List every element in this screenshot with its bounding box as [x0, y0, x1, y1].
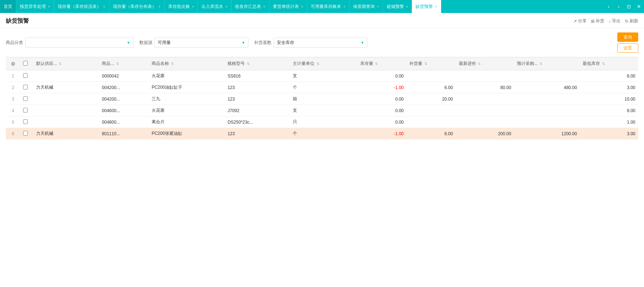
row-checkbox[interactable] [23, 131, 28, 136]
gear-icon[interactable]: ⚙ [11, 61, 16, 67]
row-product-name: PC200油缸缸子 [149, 82, 225, 93]
sort-arrows-icon: ⇅ [425, 62, 427, 66]
header-actions: ↗ 分享 ⊞ 补货 ↓ 导出 ↻ 刷新 [573, 18, 638, 24]
replenish-button[interactable]: ⊞ 补货 [591, 18, 604, 24]
nav-close-button[interactable]: ✕ [634, 0, 644, 13]
row-product-name: 火花塞 [149, 105, 225, 116]
row-supplier [33, 105, 99, 116]
col-spec[interactable]: 规格型号 ⇅ [225, 57, 290, 70]
close-tab-icon[interactable]: × [263, 5, 265, 9]
row-spec: 123 [225, 128, 290, 140]
col-unit[interactable]: 主计量单位 ⇅ [290, 57, 357, 70]
close-tab-icon[interactable]: × [158, 5, 161, 9]
nav-tab-shortage[interactable]: 缺货预警 × [412, 0, 441, 13]
close-tab-icon[interactable]: × [103, 5, 105, 9]
row-est-purchase [514, 105, 580, 116]
nav-tab-inventory1[interactable]: 现存量（库存状况表） × [54, 0, 109, 13]
row-replenish-qty [406, 70, 456, 82]
table-row: 6 力天机械 801110... PC200张紧油缸 123 个 -1.00 6… [6, 128, 638, 140]
row-supplier: 力天机械 [33, 128, 99, 140]
row-number: 4 [6, 105, 20, 116]
col-latest-price[interactable]: 最新进价 ⇅ [456, 57, 514, 70]
row-spec: J7092 [225, 105, 290, 116]
row-product-code: 004200... [99, 82, 149, 93]
row-stock: 0.00 [357, 70, 406, 82]
nav-tab-demand[interactable]: 要货单统计表 × [269, 0, 307, 13]
replenish-base-select[interactable]: 安全库存 ▼ [274, 37, 367, 48]
nav-tab-batch[interactable]: 库存批次账 × [165, 0, 198, 13]
refresh-button[interactable]: ↻ 刷新 [625, 18, 638, 24]
sort-arrows-icon: ⇅ [317, 62, 319, 66]
row-supplier [33, 116, 99, 128]
nav-tab-inout[interactable]: 出入库流水 × [198, 0, 231, 13]
nav-tab-picking[interactable]: 拣货异常处理 × [16, 0, 54, 13]
row-number: 1 [6, 70, 20, 82]
category-select[interactable]: ▼ [25, 37, 134, 48]
row-checkbox[interactable] [23, 96, 28, 101]
row-product-name: 火花塞 [149, 70, 225, 82]
close-active-tab-icon[interactable]: × [435, 5, 437, 9]
col-stock[interactable]: 库存量 ⇅ [357, 57, 406, 70]
close-tab-icon[interactable]: × [225, 5, 227, 9]
row-checkbox[interactable] [23, 119, 28, 124]
col-product-name[interactable]: 商品名称 ⇅ [149, 57, 225, 70]
nav-tab-summary[interactable]: 收发存汇总表 × [231, 0, 269, 13]
query-button[interactable]: 查询 [617, 32, 638, 42]
share-button[interactable]: ↗ 分享 [573, 18, 587, 24]
row-product-code: 004800... [99, 116, 149, 128]
filter-actions: 查询 设置 [617, 32, 638, 53]
export-button[interactable]: ↓ 导出 [609, 18, 621, 24]
row-unit: 支 [290, 105, 357, 116]
table-row: 4 004600... 火花塞 J7092 支 0.00 8.00 [6, 105, 638, 116]
filter-bar: 商品分类 ▼ 数据源 可用量 ▼ 补货基数 安全库存 ▼ 查询 设置 [0, 28, 644, 57]
row-checkbox[interactable] [23, 85, 28, 89]
row-unit: 个 [290, 128, 357, 140]
row-latest-price [456, 105, 514, 116]
close-tab-icon[interactable]: × [377, 5, 379, 9]
main-content: 缺货预警 ↗ 分享 ⊞ 补货 ↓ 导出 ↻ 刷新 商品分类 [0, 13, 644, 287]
col-product-code[interactable]: 商品... ⇅ [99, 57, 149, 70]
table-row: 2 力天机械 004200... PC200油缸缸子 123 个 -1.00 6… [6, 82, 638, 93]
category-label: 商品分类 [6, 40, 23, 46]
close-tab-icon[interactable]: × [192, 5, 194, 9]
row-checkbox[interactable] [23, 108, 28, 112]
row-latest-price [456, 116, 514, 128]
sort-arrows-icon: ⇅ [171, 62, 174, 66]
col-supplier[interactable]: 默认供应... ⇅ [33, 57, 99, 70]
row-est-purchase [514, 93, 580, 105]
row-stock: 0.00 [357, 105, 406, 116]
col-replenish-qty[interactable]: 补货量 ⇅ [406, 57, 456, 70]
close-tab-icon[interactable]: × [343, 5, 345, 9]
close-tab-icon[interactable]: × [48, 5, 50, 9]
nav-prev-button[interactable]: ‹ [604, 0, 614, 13]
row-checkbox-cell [20, 93, 33, 105]
row-latest-price: 200.00 [456, 128, 514, 140]
col-est-purchase[interactable]: 预计采购... ⇅ [514, 57, 580, 70]
close-tab-icon[interactable]: × [406, 5, 408, 9]
datasource-select[interactable]: 可用量 ▼ [155, 37, 248, 48]
nav-tab-available[interactable]: 可用量库存账本 × [307, 0, 349, 13]
row-number: 2 [6, 82, 20, 93]
sort-arrows-icon: ⇅ [478, 62, 481, 66]
nav-tab-inventory2[interactable]: 现存量（库存分布表） × [109, 0, 165, 13]
col-min-stock[interactable]: 最低库存 ⇅ [580, 57, 638, 70]
nav-tab-overstock[interactable]: 超储预警 × [383, 0, 412, 13]
settings-button[interactable]: 设置 [617, 43, 638, 53]
select-all-checkbox[interactable] [23, 61, 28, 66]
nav-restore-button[interactable]: ⊡ [624, 0, 634, 13]
row-min-stock: 8.00 [580, 70, 638, 82]
row-product-name: 三九 [149, 93, 225, 105]
nav-next-button[interactable]: › [614, 0, 624, 13]
nav-tab-home[interactable]: 首页 [0, 0, 16, 13]
row-checkbox[interactable] [23, 73, 28, 78]
close-tab-icon[interactable]: × [301, 5, 303, 9]
replenish-icon: ⊞ [591, 19, 595, 24]
col-settings: ⚙ [6, 57, 20, 70]
row-unit: 箱 [290, 93, 357, 105]
row-number: 6 [6, 128, 20, 140]
row-latest-price [456, 93, 514, 105]
row-product-code: 004600... [99, 105, 149, 116]
table-header-row: ⚙ 默认供应... ⇅ 商品... ⇅ 商品名称 ⇅ [6, 57, 638, 70]
table-container: ⚙ 默认供应... ⇅ 商品... ⇅ 商品名称 ⇅ [0, 57, 644, 140]
nav-tab-expiry[interactable]: 保质期查询 × [349, 0, 383, 13]
